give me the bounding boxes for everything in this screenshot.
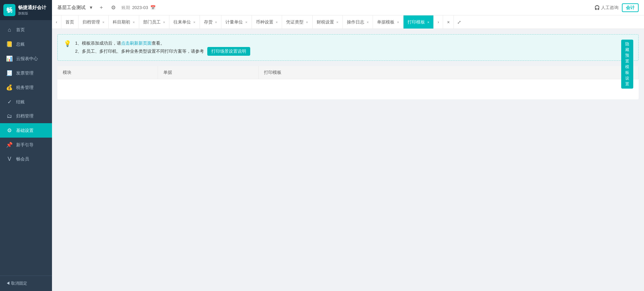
table-header-printtemplate: 打印模板 [259, 66, 639, 79]
tab-prev-button[interactable]: ‹ [52, 15, 61, 29]
support-button[interactable]: 🎧 人工咨询 [594, 5, 619, 11]
page-content: 隐藏预置模板设置 💡 1、模板添加成功后，请点击刷新新页面查看。 2、多员工、多… [52, 29, 644, 291]
sidebar: 畅 畅捷通好会计 旗舰版 ⌂首页📒总账📊云报表中心🧾发票管理💰税务管理✓结账🗂归… [0, 0, 52, 291]
tab-close-partner[interactable]: × [193, 20, 195, 24]
topbar-right: 🎧 人工咨询 会计 [594, 3, 639, 12]
tab-inventory[interactable]: 存货× [200, 15, 221, 29]
nav-label-invoice: 发票管理 [16, 70, 34, 76]
nav-icon-vip: V [6, 156, 13, 162]
tab-dept[interactable]: 部门员工× [139, 15, 169, 29]
nav-label-report: 云报表中心 [16, 56, 38, 62]
refresh-link[interactable]: 点击刷新新页面 [121, 41, 152, 46]
nav-label-settings: 基础设置 [16, 128, 34, 134]
nav-label-vip: 畅会员 [16, 156, 29, 162]
headset-icon: 🎧 [594, 5, 600, 10]
tab-oplog[interactable]: 操作日志× [343, 15, 373, 29]
sidebar-item-home[interactable]: ⌂首页 [0, 23, 52, 37]
tab-label-home: 首页 [65, 19, 74, 25]
tab-voucher[interactable]: 凭证类型× [282, 15, 312, 29]
nav-icon-tax: 💰 [6, 84, 13, 91]
tab-label-unit: 计量单位 [225, 19, 243, 25]
company-name[interactable]: 基层工会测试 [57, 5, 86, 11]
hide-template-button[interactable]: 隐藏预置模板设置 [621, 40, 633, 89]
topbar-actions: ＋ ⚙ [97, 3, 118, 12]
tab-bar: ‹首页归档管理×科目期初×部门员工×往来单位×存货×计量单位×币种设置×凭证类型… [52, 15, 644, 29]
sidebar-logo: 畅 畅捷通好会计 旗舰版 [0, 0, 52, 20]
main-area: 基层工会测试 ▼ ＋ ⚙ 账期 2023-03 📅 🎧 人工咨询 会计 ‹首页归… [52, 0, 644, 291]
sidebar-item-archive[interactable]: 🗂归档管理 [0, 109, 52, 123]
tab-unit[interactable]: 计量单位× [221, 15, 252, 29]
nav-icon-ledger: 📒 [6, 41, 13, 47]
tab-label-dept: 部门员工 [143, 19, 161, 25]
nav-label-settle: 结账 [16, 99, 25, 105]
sidebar-item-settings[interactable]: ⚙基础设置 [0, 123, 52, 138]
tab-printtemplate[interactable]: 打印模板× [404, 15, 434, 29]
tab-close-voucher[interactable]: × [306, 20, 308, 24]
period-info: 账期 2023-03 📅 [121, 5, 156, 11]
tab-subject[interactable]: 科目期初× [109, 15, 139, 29]
tab-close-singledoc[interactable]: × [397, 20, 399, 24]
tab-close-currency[interactable]: × [276, 20, 278, 24]
nav-icon-home: ⌂ [6, 27, 13, 33]
calendar-icon[interactable]: 📅 [150, 5, 156, 10]
company-dropdown-icon[interactable]: ▼ [89, 5, 93, 10]
tab-label-archive: 归档管理 [83, 19, 100, 25]
nav-icon-guide: 📌 [6, 142, 13, 148]
sidebar-item-ledger[interactable]: 📒总账 [0, 37, 52, 51]
table-header: 模块单据打印模板 [57, 66, 639, 79]
tab-close-printtemplate[interactable]: × [427, 20, 429, 24]
bulb-icon: 💡 [64, 40, 71, 47]
nav-icon-settings: ⚙ [6, 127, 13, 134]
sidebar-unpin[interactable]: ◀ 取消固定 [0, 276, 52, 291]
tab-close-subject[interactable]: × [132, 20, 135, 24]
tab-home[interactable]: 首页 [61, 15, 78, 29]
tab-next-button[interactable]: › [434, 15, 443, 29]
tab-label-singledoc: 单据模板 [377, 19, 394, 25]
tab-label-oplog: 操作日志 [347, 19, 364, 25]
sidebar-nav: ⌂首页📒总账📊云报表中心🧾发票管理💰税务管理✓结账🗂归档管理⚙基础设置📌新手引导… [0, 20, 52, 276]
tab-archive[interactable]: 归档管理× [78, 15, 109, 29]
tab-singledoc[interactable]: 单据模板× [373, 15, 403, 29]
tab-partner[interactable]: 往来单位× [169, 15, 200, 29]
sidebar-item-vip[interactable]: V畅会员 [0, 152, 52, 166]
sidebar-item-invoice[interactable]: 🧾发票管理 [0, 66, 52, 80]
table-header-singledoc: 单据 [158, 66, 259, 79]
sidebar-item-tax[interactable]: 💰税务管理 [0, 80, 52, 95]
tab-close-unit[interactable]: × [245, 20, 247, 24]
nav-label-ledger: 总账 [16, 41, 25, 47]
info-banner: 💡 1、模板添加成功后，请点击刷新新页面查看。 2、多员工、多打印机、多种业务类… [57, 34, 639, 61]
explain-button[interactable]: 打印场景设置说明 [207, 47, 250, 56]
tab-label-currency: 币种设置 [256, 19, 273, 25]
table-body [57, 79, 639, 99]
period-value: 2023-03 [132, 5, 148, 10]
tab-close-dept[interactable]: × [163, 20, 165, 24]
add-tab-button[interactable]: ＋ [97, 3, 106, 12]
nav-icon-report: 📊 [6, 55, 13, 62]
info-line1: 1、模板添加成功后，请点击刷新新页面查看。 [75, 39, 250, 47]
account-button[interactable]: 会计 [622, 3, 639, 12]
tab-close-oplog[interactable]: × [367, 20, 369, 24]
logo-sub-title: 旗舰版 [18, 11, 46, 16]
settings-button[interactable]: ⚙ [109, 3, 118, 12]
tab-close-financial[interactable]: × [336, 20, 338, 24]
nav-label-archive: 归档管理 [16, 113, 34, 119]
tab-expand-button[interactable]: ⤢ [454, 15, 465, 29]
logo-icon: 畅 [3, 4, 15, 16]
sidebar-item-report[interactable]: 📊云报表中心 [0, 51, 52, 66]
tab-close-inventory[interactable]: × [215, 20, 217, 24]
nav-icon-invoice: 🧾 [6, 70, 13, 76]
tab-close-all-button[interactable]: × [443, 15, 454, 29]
tab-financial[interactable]: 财税设置× [313, 15, 343, 29]
nav-label-tax: 税务管理 [16, 85, 34, 91]
sidebar-item-settle[interactable]: ✓结账 [0, 95, 52, 109]
sidebar-item-guide[interactable]: 📌新手引导 [0, 138, 52, 152]
tab-close-archive[interactable]: × [102, 20, 104, 24]
period-label: 账期 [121, 5, 130, 11]
account-label: 会计 [626, 5, 635, 10]
tab-label-subject: 科目期初 [113, 19, 130, 25]
tab-label-printtemplate: 打印模板 [408, 19, 425, 25]
top-bar: 基层工会测试 ▼ ＋ ⚙ 账期 2023-03 📅 🎧 人工咨询 会计 [52, 0, 644, 15]
tab-currency[interactable]: 币种设置× [252, 15, 282, 29]
nav-label-guide: 新手引导 [16, 142, 34, 148]
logo-main-title: 畅捷通好会计 [18, 4, 46, 11]
